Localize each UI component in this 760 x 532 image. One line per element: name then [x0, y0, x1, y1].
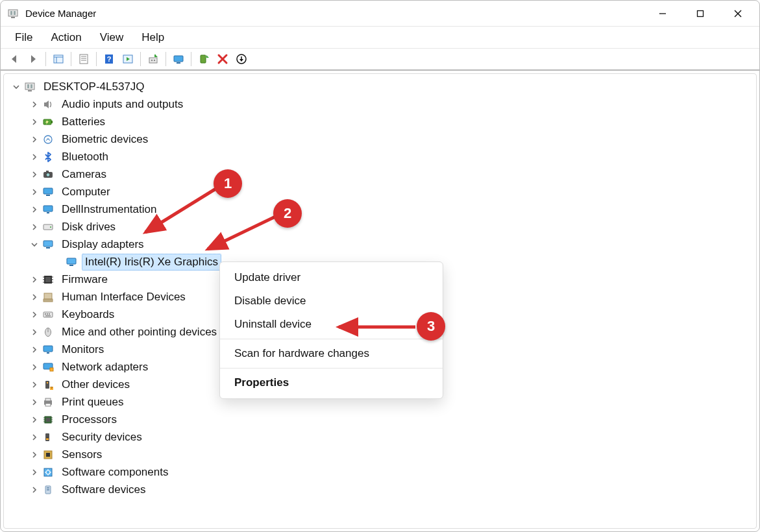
tree-category[interactable]: Display adapters [10, 236, 754, 253]
chevron-down-icon[interactable] [29, 239, 40, 250]
chevron-right-icon[interactable] [29, 379, 40, 391]
tree-category[interactable]: Audio inputs and outputs [10, 95, 754, 113]
toolbar-disable-device-button[interactable] [233, 51, 250, 67]
tree-category-label: Other devices [58, 376, 133, 393]
chevron-down-icon[interactable] [10, 81, 22, 93]
mouse-icon [42, 326, 55, 338]
chevron-right-icon[interactable] [29, 431, 40, 443]
display-icon [42, 239, 55, 250]
minimize-button[interactable] [644, 2, 681, 25]
toolbar-uninstall-device-button[interactable] [214, 51, 231, 67]
chevron-right-icon[interactable] [29, 396, 40, 408]
tree-category-label: Firmware [58, 271, 111, 288]
printer-icon [42, 396, 55, 408]
chevron-right-icon[interactable] [29, 169, 40, 180]
tree-category[interactable]: Software devices [10, 481, 754, 498]
context-scan-hardware[interactable]: Scan for hardware changes [220, 342, 443, 365]
svg-rect-5 [698, 10, 704, 16]
svg-rect-34 [28, 90, 32, 91]
svg-rect-1 [10, 11, 12, 15]
chevron-right-icon[interactable] [29, 186, 40, 198]
toolbar-forward-button[interactable] [25, 51, 42, 67]
chevron-right-icon[interactable] [29, 326, 40, 338]
disk-icon [42, 221, 55, 233]
tree-category-label: Sensors [58, 446, 105, 463]
chevron-right-icon[interactable] [29, 361, 40, 373]
context-disable-device[interactable]: Disable device [220, 289, 443, 313]
chevron-right-icon[interactable] [29, 99, 40, 110]
tree-category[interactable]: Computer [10, 183, 754, 200]
svg-rect-0 [8, 10, 18, 16]
toolbar-back-button[interactable] [6, 51, 23, 67]
tree-category[interactable]: Security devices [10, 428, 754, 446]
tree-category-label: Keyboards [58, 306, 117, 323]
close-button[interactable] [719, 2, 757, 25]
tree-category[interactable]: Biometric devices [10, 130, 754, 148]
tree-category[interactable]: Software components [10, 463, 754, 481]
context-properties[interactable]: Properties [220, 371, 443, 394]
context-update-driver[interactable]: Update driver [220, 266, 443, 289]
toolbar-scan-hardware-button[interactable] [170, 51, 187, 67]
toolbar-properties-button[interactable] [75, 51, 92, 67]
chevron-right-icon[interactable] [29, 309, 40, 320]
chevron-right-icon[interactable] [29, 449, 40, 461]
device-manager-window: Device Manager File Action View Help ? [0, 0, 760, 532]
menu-view[interactable]: View [91, 29, 133, 47]
chevron-right-icon[interactable] [29, 466, 40, 478]
tree-category[interactable]: Sensors [10, 446, 754, 463]
bluetooth-icon [42, 151, 55, 163]
menu-file[interactable]: File [6, 29, 42, 47]
svg-rect-24 [174, 56, 183, 62]
toolbar-enable-device-button[interactable] [195, 51, 212, 67]
tree-category[interactable]: Cameras [10, 165, 754, 183]
context-menu-separator [220, 368, 443, 369]
display-icon [65, 256, 78, 268]
monitor-icon [42, 204, 55, 215]
chevron-right-icon[interactable] [29, 344, 40, 356]
titlebar: Device Manager [1, 1, 759, 27]
maximize-button[interactable] [681, 2, 719, 25]
firmware-icon [42, 274, 55, 285]
chevron-right-icon[interactable] [29, 291, 40, 303]
menu-action[interactable]: Action [42, 29, 90, 47]
annotation-badge-3: 3 [417, 312, 445, 341]
tree-root[interactable]: DESKTOP-4L537JQ [10, 78, 754, 95]
tree-category[interactable]: Batteries [10, 113, 754, 130]
sensor-icon [42, 449, 55, 461]
tree-category-label: Processors [58, 411, 120, 428]
app-icon [7, 8, 19, 19]
chevron-right-icon[interactable] [29, 134, 40, 145]
tree-category-label: Software devices [58, 481, 149, 498]
tree-category[interactable]: DellInstrumentation [10, 200, 754, 218]
svg-line-36 [208, 217, 275, 249]
tree-category-label: Computer [58, 184, 114, 200]
tree-category[interactable]: Bluetooth [10, 148, 754, 165]
tree-category-label: Bluetooth [58, 149, 112, 165]
tree-category-label: Audio inputs and outputs [58, 96, 186, 113]
svg-marker-27 [206, 55, 209, 58]
tree-category-label: Biometric devices [58, 131, 151, 148]
tree-category[interactable]: Processors [10, 411, 754, 428]
tree-category[interactable]: Disk drives [10, 218, 754, 236]
toolbar-update-driver-button[interactable] [145, 51, 162, 67]
toolbar-help-button[interactable]: ? [101, 51, 117, 67]
chevron-right-icon[interactable] [29, 204, 40, 215]
chevron-right-icon[interactable] [29, 116, 40, 128]
svg-rect-25 [177, 62, 180, 64]
toolbar-action-button[interactable] [119, 51, 136, 67]
cpu-icon [42, 414, 55, 426]
toolbar: ? [1, 49, 759, 71]
softdev-icon [42, 484, 55, 496]
menu-help[interactable]: Help [132, 29, 173, 47]
hid-icon [42, 291, 55, 303]
network-icon [42, 361, 55, 373]
chevron-right-icon[interactable] [29, 274, 40, 285]
chevron-right-icon[interactable] [29, 414, 40, 426]
chevron-right-icon[interactable] [29, 221, 40, 233]
toolbar-show-hide-tree-button[interactable] [50, 51, 67, 67]
chevron-right-icon[interactable] [29, 484, 40, 496]
chevron-right-icon[interactable] [29, 151, 40, 163]
tree-category-label: Print queues [58, 394, 127, 411]
battery-icon [42, 116, 55, 128]
svg-rect-8 [54, 55, 63, 63]
